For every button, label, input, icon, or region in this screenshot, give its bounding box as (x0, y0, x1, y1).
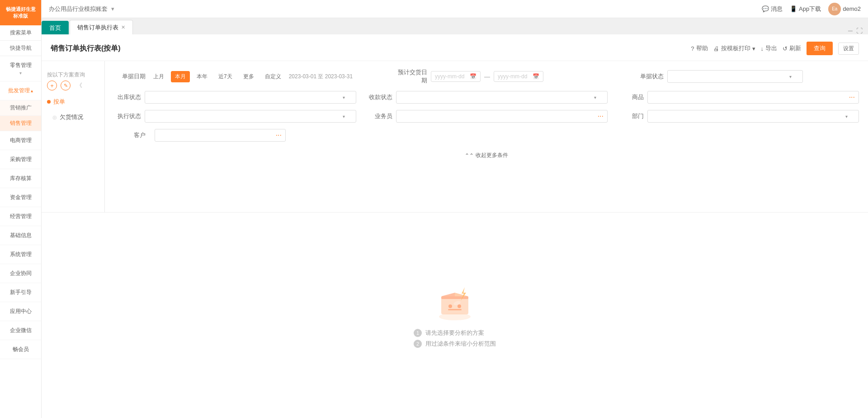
sidebar-item-purchase[interactable]: 采购管理 (0, 150, 41, 169)
empty-box-icon (432, 283, 477, 323)
sidebar-item-retail[interactable]: 零售管理 ▾ (0, 56, 41, 81)
customer-more-icon[interactable]: ··· (276, 131, 282, 139)
top-header: 办公用品行业模拟账套 ▾ 💬 消息 📱 App下载 Ea demo2 (42, 0, 868, 18)
date-btn-this-year[interactable]: 本年 (193, 71, 212, 82)
salesperson-more-icon[interactable]: ··· (598, 112, 604, 120)
goods-more-icon[interactable]: ··· (849, 93, 855, 101)
edit-plan-button[interactable]: ✎ (61, 81, 71, 90)
sidebar: 畅捷通好生意 标准版 搜索菜单 快捷导航 零售管理 ▾ 批发管理 ▴ 营销推广 … (0, 0, 42, 418)
plan-item-欠货情况[interactable]: ◎ 欠货情况 (42, 109, 104, 125)
date-btn-last-month[interactable]: 上月 (149, 71, 168, 82)
settings-button[interactable]: 设置 (838, 43, 859, 55)
sidebar-item-newbie[interactable]: 新手引导 (0, 283, 41, 302)
expand-icon: ▾ (19, 71, 22, 76)
help-label: 帮助 (696, 44, 708, 52)
print-button[interactable]: 🖨 按模板打印 ▾ (713, 44, 755, 52)
order-status-arrow-icon: ▾ (789, 74, 792, 79)
svg-rect-2 (441, 296, 468, 299)
download-icon: 📱 (790, 5, 797, 12)
sidebar-item-system[interactable]: 系统管理 (0, 245, 41, 264)
window-minimize-icon[interactable]: ─ (848, 27, 853, 34)
salesperson-input[interactable]: ··· (396, 110, 608, 123)
sidebar-item-label: 经营管理 (10, 213, 32, 220)
collapse-panel-button[interactable]: 《 (74, 81, 84, 90)
sidebar-item-vip[interactable]: 畅会员 (0, 340, 41, 359)
collapse-bar[interactable]: ⌃⌃ 收起更多条件 (114, 148, 859, 163)
expected-date-end-input[interactable]: yyyy-mm-dd 📅 (494, 71, 543, 82)
delivery-status-select[interactable]: ▾ (145, 91, 356, 104)
sidebar-quick-nav[interactable]: 快捷导航 (0, 41, 41, 56)
sub-plan-icon: ◎ (52, 114, 57, 120)
sidebar-item-operations[interactable]: 经营管理 (0, 207, 41, 226)
filter-row-4: 客户 ··· (114, 129, 286, 142)
help-button[interactable]: ? 帮助 (691, 44, 708, 52)
export-button[interactable]: ↓ 导出 (761, 44, 778, 52)
refresh-button[interactable]: ↺ 刷新 (783, 44, 801, 52)
tab-sales-order-label: 销售订单执行表 (77, 24, 118, 32)
date-options: 上月 本月 本年 近7天 更多 自定义 (149, 71, 285, 82)
execution-arrow-icon: ▾ (343, 114, 345, 119)
goods-input[interactable]: ··· (647, 91, 859, 104)
date-btn-this-month[interactable]: 本月 (171, 71, 190, 82)
customer-input[interactable]: ··· (155, 129, 286, 142)
execution-status-select[interactable]: ▾ (145, 110, 356, 123)
sidebar-item-basics[interactable]: 基础信息 (0, 226, 41, 245)
date-btn-7days[interactable]: 近7天 (214, 71, 236, 82)
calendar-icon-2: 📅 (533, 73, 539, 80)
department-select[interactable]: ▾ (647, 110, 859, 123)
date-btn-more[interactable]: 更多 (239, 71, 258, 82)
execution-status-label: 执行状态 (114, 112, 141, 120)
user-area[interactable]: Ea demo2 (828, 3, 861, 15)
filter-row-2: 出库状态 ▾ 收款状态 ▾ 商品 (114, 91, 859, 104)
sidebar-item-label: 零售管理 (10, 62, 32, 69)
sidebar-search[interactable]: 搜索菜单 (0, 25, 41, 41)
sidebar-item-enterprise[interactable]: 企业协同 (0, 264, 41, 283)
department-field: 部门 ▾ (617, 110, 859, 123)
delivery-status-field: 出库状态 ▾ (114, 91, 356, 104)
sidebar-item-finance[interactable]: 资金管理 (0, 188, 41, 207)
page-header: 销售订单执行表(按单) ? 帮助 🖨 按模板打印 ▾ ↓ 导出 ↺ 刷新 (42, 34, 868, 61)
sidebar-item-app-center[interactable]: 应用中心 (0, 302, 41, 321)
expected-date-label: 预计交货日期 (396, 68, 427, 85)
expected-date-start-input[interactable]: yyyy-mm-dd 📅 (431, 71, 481, 82)
tabs-bar: 首页 销售订单执行表 ✕ ─ ⛶ (42, 18, 868, 34)
salesperson-label: 业务员 (365, 112, 392, 120)
collection-arrow-icon: ▾ (594, 95, 596, 100)
main-area: 办公用品行业模拟账套 ▾ 💬 消息 📱 App下载 Ea demo2 首页 销售… (42, 0, 868, 418)
sidebar-item-label: 企业微信 (10, 327, 32, 334)
collection-status-field: 收款状态 ▾ (365, 91, 608, 104)
order-status-select[interactable]: ▾ (667, 70, 803, 83)
sub-plan-item-label: 欠货情况 (60, 113, 83, 121)
collection-status-select[interactable]: ▾ (396, 91, 608, 104)
filter-content: 单据日期 上月 本月 本年 近7天 更多 自定义 2023-03-01 至 20… (105, 61, 868, 212)
sidebar-item-marketing[interactable]: 营销推广 (0, 100, 41, 116)
sidebar-item-wholesale[interactable]: 批发管理 ▴ (0, 81, 41, 100)
sidebar-item-inventory[interactable]: 库存核算 (0, 169, 41, 188)
message-button[interactable]: 💬 消息 (762, 5, 783, 13)
window-maximize-icon[interactable]: ⛶ (856, 27, 863, 34)
tab-sales-order[interactable]: 销售订单执行表 ✕ (70, 20, 133, 34)
empty-step-1-text: 请先选择要分析的方案 (425, 329, 484, 337)
tab-close-icon[interactable]: ✕ (121, 24, 125, 30)
print-arrow-icon: ▾ (752, 45, 755, 52)
sidebar-item-corp-wechat[interactable]: 企业微信 (0, 321, 41, 340)
salesperson-field: 业务员 ··· (365, 110, 608, 123)
date-btn-custom[interactable]: 自定义 (261, 71, 285, 82)
empty-step-2-text: 用过滤条件来缩小分析范围 (425, 340, 496, 348)
export-icon: ↓ (761, 45, 764, 52)
query-button[interactable]: 查询 (807, 42, 833, 55)
sidebar-item-ecommerce[interactable]: 电商管理 (0, 131, 41, 150)
add-plan-button[interactable]: + (47, 81, 57, 90)
breadcrumb-arrow-icon[interactable]: ▾ (111, 5, 114, 12)
user-name: demo2 (843, 5, 861, 12)
date-label: 单据日期 (114, 72, 146, 81)
sidebar-item-label: 企业协同 (10, 270, 32, 277)
sidebar-item-sales[interactable]: 销售管理 (0, 116, 41, 131)
plan-item-按单[interactable]: 按单 (42, 94, 104, 109)
app-download-button[interactable]: 📱 App下载 (790, 5, 821, 13)
tab-home[interactable]: 首页 (42, 21, 69, 34)
sidebar-item-label: 销售管理 (10, 119, 32, 127)
step-num-1: 1 (414, 329, 422, 337)
sidebar-item-label: 采购管理 (10, 156, 32, 163)
breadcrumb: 办公用品行业模拟账套 (49, 5, 108, 13)
